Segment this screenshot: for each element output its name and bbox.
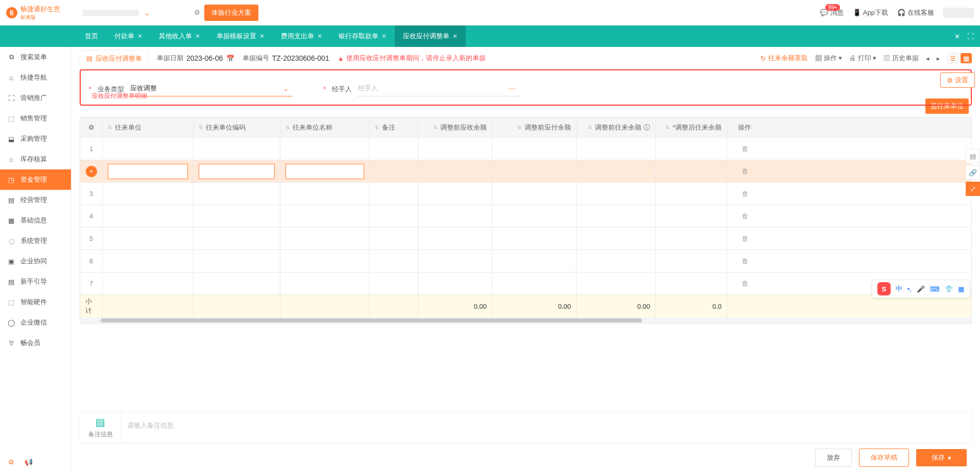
- company-select[interactable]: ⌄: [78, 6, 190, 20]
- float-note-icon[interactable]: ▤: [966, 149, 980, 163]
- retrieve-balance-link[interactable]: ↻ 往来余额重取: [760, 54, 808, 63]
- ime-mic-icon[interactable]: 🎤: [917, 285, 925, 293]
- prev-icon[interactable]: ◂: [926, 55, 929, 62]
- tab-close-icon[interactable]: ✕: [381, 33, 387, 40]
- delete-row-icon[interactable]: 🗑: [727, 205, 762, 227]
- delete-row-icon[interactable]: 🗑: [727, 183, 762, 205]
- sidebar-item-0[interactable]: ⧉搜索菜单: [0, 47, 71, 67]
- ime-shirt-icon[interactable]: 👕: [945, 285, 953, 293]
- col-unit[interactable]: ⇅往来单位: [103, 117, 194, 137]
- sidebar-item-13[interactable]: ◯企业微信: [0, 312, 71, 333]
- chevron-down-icon: ⌄: [283, 85, 289, 92]
- col-pre-pay[interactable]: ⇅调整前应付余额: [492, 117, 577, 137]
- sidebar-icon: ◯: [7, 319, 15, 327]
- sidebar-item-1[interactable]: ⌂快捷导航: [0, 67, 71, 88]
- table-row[interactable]: 1🗑: [80, 138, 971, 160]
- next-icon[interactable]: ▸: [937, 55, 940, 62]
- print-dropdown[interactable]: 🖨 打印 ▾: [849, 54, 876, 63]
- table-row[interactable]: 6🗑: [80, 250, 971, 272]
- tab-2[interactable]: 其他收入单✕: [151, 26, 208, 47]
- tab-close-icon[interactable]: ✕: [452, 33, 458, 40]
- app-download-link[interactable]: 📱 App下载: [853, 8, 888, 17]
- settings-button[interactable]: ⚙ 设置: [940, 72, 975, 88]
- operate-dropdown[interactable]: ▦ 操作 ▾: [815, 54, 842, 63]
- cell-input[interactable]: [199, 164, 275, 179]
- sidebar-item-8[interactable]: ▦基础信息: [0, 210, 71, 231]
- col-unit-name[interactable]: ⇅往来单位名称: [280, 117, 370, 137]
- tab-6[interactable]: 应收应付调整单✕: [395, 26, 466, 47]
- history-link[interactable]: ▤ 历史单据: [883, 54, 919, 63]
- cell-input[interactable]: [108, 164, 188, 179]
- tab-3[interactable]: 单据模板设置✕: [208, 26, 273, 47]
- save-button[interactable]: 保存 ▾: [916, 449, 967, 466]
- ime-dot-icon[interactable]: •,: [907, 285, 912, 293]
- messages-link[interactable]: 99+ 💬 消息: [820, 8, 844, 17]
- phone-icon: 📱: [853, 9, 861, 16]
- sidebar-item-2[interactable]: ⛶营销推广: [0, 88, 71, 108]
- ime-toolbar[interactable]: S 中 •, 🎤 ⌨ 👕 ▦: [872, 280, 970, 298]
- view-list-icon[interactable]: ☰: [947, 53, 959, 63]
- detail-title: 应收应付调整单明细: [83, 90, 156, 103]
- more-icon[interactable]: ⋯: [509, 85, 516, 92]
- ime-keyboard-icon[interactable]: ⌨: [930, 285, 940, 293]
- tab-close-icon[interactable]: ✕: [137, 33, 142, 40]
- col-unit-code[interactable]: ⇅往来单位编码: [194, 117, 280, 137]
- handler-select[interactable]: 经手人 ⋯: [357, 82, 520, 96]
- delete-row-icon[interactable]: 🗑: [727, 228, 762, 250]
- tab-0[interactable]: 首页: [77, 26, 106, 47]
- sidebar-item-7[interactable]: ▤经营管理: [0, 190, 71, 210]
- sidebar-item-12[interactable]: ⬚智能硬件: [0, 292, 71, 312]
- sidebar-sound-icon[interactable]: 📢: [25, 458, 33, 466]
- sidebar-icon: ⬓: [7, 135, 15, 143]
- delete-row-icon[interactable]: 🗑: [727, 272, 762, 294]
- col-remark[interactable]: ⇅备注: [370, 117, 418, 137]
- settings-icon[interactable]: ⚙: [190, 6, 204, 20]
- sidebar-item-9[interactable]: ◌系统管理: [0, 231, 71, 251]
- sidebar-item-11[interactable]: ▤新手引导: [0, 271, 71, 292]
- float-attach-icon[interactable]: 🔗: [966, 165, 980, 180]
- col-post-bal[interactable]: ⇅*调整后往来余额: [656, 117, 727, 137]
- delete-row-icon[interactable]: 🗑: [727, 160, 762, 182]
- doc-date[interactable]: 2023-06-06: [186, 54, 223, 62]
- delete-row-icon[interactable]: 🗑: [727, 138, 762, 160]
- float-expand-icon[interactable]: ⤢: [966, 182, 980, 196]
- remark-input[interactable]: 请输入备注信息: [121, 412, 971, 443]
- delete-row-icon[interactable]: 🗑: [727, 250, 762, 272]
- tab-4[interactable]: 费用支出单✕: [273, 26, 330, 47]
- tab-close-icon[interactable]: ✕: [317, 33, 322, 40]
- abandon-button[interactable]: 放弃: [815, 449, 852, 467]
- col-pre-bal[interactable]: ⇅调整前往来余额 ⓘ: [577, 117, 656, 137]
- save-draft-button[interactable]: 保存草稿: [859, 449, 909, 467]
- table-row[interactable]: 3🗑: [80, 183, 971, 205]
- tab-expand-icon[interactable]: ⛶: [967, 33, 974, 40]
- sidebar-item-14[interactable]: ⩔畅会员: [0, 333, 71, 353]
- tab-close-icon[interactable]: ✕: [259, 33, 265, 40]
- table-row[interactable]: 5🗑: [80, 228, 971, 250]
- col-pre-recv[interactable]: ⇅调整前应收余额: [418, 117, 492, 137]
- data-grid: ⚙ ⇅往来单位 ⇅往来单位编码 ⇅往来单位名称 ⇅备注 ⇅调整前应收余额 ⇅调整…: [80, 117, 972, 324]
- sidebar-collapse-icon[interactable]: ⚙: [8, 458, 14, 466]
- table-row[interactable]: 7🗑: [80, 272, 971, 295]
- experience-button[interactable]: 体验行业方案: [204, 5, 258, 21]
- calendar-icon[interactable]: 📅: [226, 55, 234, 62]
- tab-5[interactable]: 银行存取款单✕: [330, 26, 395, 47]
- cell-input[interactable]: [285, 164, 364, 179]
- tab-close-icon[interactable]: ✕: [195, 33, 200, 40]
- table-row[interactable]: +🗑: [80, 160, 971, 183]
- warning-icon: ▲: [338, 55, 344, 62]
- sidebar-item-10[interactable]: ▣企业协同: [0, 251, 71, 271]
- sidebar-item-4[interactable]: ⬓采购管理: [0, 129, 71, 149]
- add-row-icon[interactable]: +: [86, 166, 97, 177]
- table-row[interactable]: 4🗑: [80, 205, 971, 228]
- sidebar-item-5[interactable]: ⌂库存核算: [0, 149, 71, 169]
- tab-1[interactable]: 付款单✕: [106, 26, 151, 47]
- sidebar-item-3[interactable]: ⬚销售管理: [0, 108, 71, 129]
- user-avatar[interactable]: [943, 8, 974, 18]
- tab-close-all-icon[interactable]: ✕: [954, 33, 960, 40]
- sidebar-item-6[interactable]: ◳资金管理: [0, 169, 71, 190]
- horizontal-scrollbar[interactable]: [80, 317, 971, 324]
- grid-gear[interactable]: ⚙: [80, 117, 103, 137]
- ime-grid-icon[interactable]: ▦: [958, 285, 964, 293]
- online-cs-link[interactable]: 🎧 在线客服: [897, 8, 934, 17]
- view-grid-icon[interactable]: ▦: [961, 53, 972, 63]
